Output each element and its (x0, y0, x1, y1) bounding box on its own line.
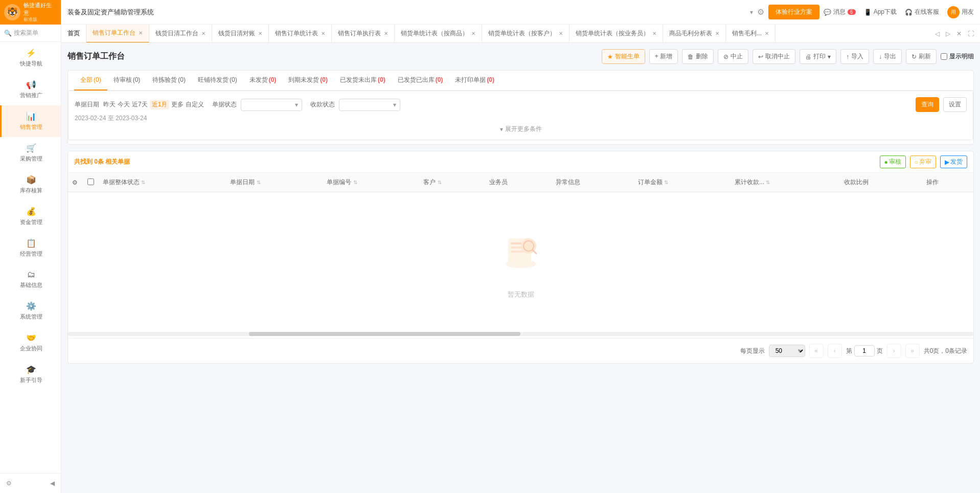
filter-tab-pending-review[interactable]: 待审核(0) (107, 71, 147, 91)
sidebar-item-purchase[interactable]: 🛒 采购管理 (0, 137, 61, 169)
tab-sales-workbench[interactable]: 销售订单工作台 ✕ (86, 25, 149, 43)
show-detail-label[interactable]: 显示明细 (941, 52, 974, 61)
delete-btn[interactable]: 🗑 删除 (682, 49, 714, 64)
app-download-btn[interactable]: 📱 App下载 (864, 8, 897, 16)
tab-sales-stats[interactable]: 销售订单统计表 ✕ (269, 25, 332, 43)
star-icon: ★ (607, 53, 613, 60)
filter-tab-all[interactable]: 全部(0) (74, 71, 107, 91)
approve-btn[interactable]: ● 审核 (880, 155, 906, 168)
tab-cash-goods-daily[interactable]: 钱货日清工作台 ✕ (149, 25, 212, 43)
import-btn[interactable]: ↑ 导入 (840, 49, 869, 64)
sidebar-search[interactable]: 🔍 搜索菜单 (0, 25, 61, 42)
add-btn[interactable]: + 新增 (649, 49, 678, 64)
data-table: ⚙ 单据整体状态 ⇅ 单据日期 ⇅ 单据编号 ⇅ 客户 ⇅ 业务员 异常信息 订… (68, 173, 973, 192)
sidebar-settings-btn[interactable]: ⚙ (4, 478, 14, 489)
show-detail-checkbox[interactable] (941, 53, 947, 60)
filter-tab-overdue-not-shipped[interactable]: 到期未发货(0) (282, 71, 334, 91)
tab-scroll-right-btn[interactable]: ▷ (944, 29, 952, 38)
pagination-prev-btn[interactable]: ‹ (828, 344, 842, 358)
tab-sales-exec[interactable]: 销售订单执行表 ✕ (332, 25, 395, 43)
tab-scroll-left-btn[interactable]: ◁ (933, 29, 942, 38)
topbar-settings-icon[interactable]: ⚙ (757, 7, 764, 17)
sidebar-item-finance[interactable]: 💰 资金管理 (0, 200, 61, 232)
per-page-select[interactable]: 10 20 50 100 (769, 345, 805, 357)
filter-tab-shipped-not-out[interactable]: 已发货未出库(0) (334, 71, 392, 91)
sidebar-item-sales[interactable]: 📊 销售管理 (0, 105, 61, 137)
print-btn[interactable]: 🖨 打印 ▾ (800, 49, 836, 64)
stop-btn[interactable]: ⊘ 中止 (718, 49, 748, 64)
sidebar-item-system[interactable]: ⚙️ 系统管理 (0, 295, 61, 327)
date-option-more[interactable]: 更多 (171, 100, 184, 109)
industry-btn[interactable]: 体验行业方案 (768, 5, 819, 19)
tab-close-icon[interactable]: ✕ (321, 31, 325, 36)
tab-close-icon[interactable]: ✕ (201, 31, 206, 36)
export-btn[interactable]: ↓ 导出 (873, 49, 902, 64)
sidebar-item-marketing[interactable]: 📢 营销推广 (0, 74, 61, 105)
filter-tab-shipped-out[interactable]: 已发货已出库(0) (392, 71, 449, 91)
tab-close-icon[interactable]: ✕ (715, 31, 719, 36)
sidebar-item-basic[interactable]: 🗂 基础信息 (0, 264, 61, 295)
sidebar-item-quicknav[interactable]: ⚡ 快捷导航 (0, 42, 61, 74)
filter-tab-pending-inspect[interactable]: 待拣验货(0) (146, 71, 192, 91)
date-option-yesterday[interactable]: 昨天 (103, 100, 116, 109)
sidebar-collapse-btn[interactable]: ◀ (48, 478, 57, 489)
th-settings[interactable]: ⚙ (68, 173, 83, 192)
tab-goods-stats[interactable]: 销货单统计表（按商品） ✕ (395, 25, 482, 43)
smart-generate-btn[interactable]: ★ 智能生单 (602, 49, 645, 64)
sidebar-item-cooperation[interactable]: 🤝 企业协同 (0, 327, 61, 358)
tab-home[interactable]: 首页 (61, 25, 86, 43)
expand-btn[interactable]: ▾ 展开更多条件 (500, 125, 542, 133)
revoke-btn[interactable]: ○ 弃审 (910, 155, 936, 168)
sort-icon[interactable]: ⇅ (257, 180, 261, 185)
filter-tab-not-printed[interactable]: 未打印单据(0) (449, 71, 500, 91)
sidebar-item-operations[interactable]: 📋 经营管理 (0, 232, 61, 264)
sort-icon[interactable]: ⇅ (664, 180, 668, 185)
date-option-7days[interactable]: 近7天 (132, 100, 148, 109)
tab-close-icon[interactable]: ✕ (765, 31, 769, 36)
status-select[interactable] (241, 99, 302, 111)
tab-close-icon[interactable]: ✕ (139, 30, 143, 36)
user-btn[interactable]: 用 用友 (947, 6, 974, 18)
tab-close-icon[interactable]: ✕ (471, 31, 475, 36)
scrollbar-thumb[interactable] (249, 332, 520, 336)
tab-customer-stats[interactable]: 销货单统计表（按客户） ✕ (482, 25, 569, 43)
horizontal-scrollbar[interactable] (68, 332, 973, 336)
sort-icon[interactable]: ⇅ (353, 180, 357, 185)
tab-close-all-btn[interactable]: ✕ (954, 29, 964, 38)
topbar-chevron-icon[interactable]: ▾ (750, 9, 753, 16)
tab-close-icon[interactable]: ✕ (559, 31, 563, 36)
cancel-stop-btn[interactable]: ↩ 取消中止 (753, 49, 795, 64)
page-number-input[interactable] (854, 345, 875, 356)
tab-cash-reconcile[interactable]: 钱货日清对账 ✕ (212, 25, 269, 43)
refresh-btn[interactable]: ↻ 刷新 (906, 49, 937, 64)
tab-close-icon[interactable]: ✕ (258, 31, 262, 36)
pagination-last-btn[interactable]: » (905, 344, 920, 358)
select-all-checkbox[interactable] (87, 178, 94, 185)
date-option-1month[interactable]: 近1月 (150, 100, 170, 109)
pagination-next-btn[interactable]: › (887, 344, 901, 358)
dispatch-btn[interactable]: ▶ 发货 (940, 155, 967, 168)
query-btn[interactable]: 查询 (916, 97, 939, 112)
tab-close-icon[interactable]: ✕ (652, 31, 656, 36)
home-tab-label: 首页 (67, 29, 80, 38)
sort-icon[interactable]: ⇅ (141, 180, 145, 185)
sort-icon[interactable]: ⇅ (438, 180, 442, 185)
date-option-custom[interactable]: 自定义 (186, 100, 204, 109)
tab-close-icon[interactable]: ✕ (384, 31, 388, 36)
tab-staff-stats[interactable]: 销货单统计表（按业务员） ✕ (569, 25, 663, 43)
tab-sales-margin[interactable]: 销售毛利... ✕ (726, 25, 776, 43)
filter-tab-shop-pending[interactable]: 旺铺待发货(0) (192, 71, 243, 91)
tab-margin-analysis[interactable]: 商品毛利分析表 ✕ (663, 25, 726, 43)
settings-btn[interactable]: 设置 (943, 97, 967, 112)
th-checkbox[interactable] (83, 173, 99, 192)
online-service-btn[interactable]: 🎧 在线客服 (905, 8, 939, 16)
date-option-today[interactable]: 今天 (118, 100, 130, 109)
sidebar-item-guide[interactable]: 🎓 新手引导 (0, 358, 61, 390)
sidebar-item-inventory[interactable]: 📦 库存核算 (0, 169, 61, 200)
pagination-first-btn[interactable]: « (809, 344, 824, 358)
tab-fullscreen-btn[interactable]: ⛶ (966, 29, 976, 38)
message-btn[interactable]: 💬 消息 6 (824, 8, 856, 16)
payment-select[interactable] (339, 99, 400, 111)
sort-icon[interactable]: ⇅ (766, 180, 770, 185)
filter-tab-not-shipped[interactable]: 未发货(0) (243, 71, 283, 91)
